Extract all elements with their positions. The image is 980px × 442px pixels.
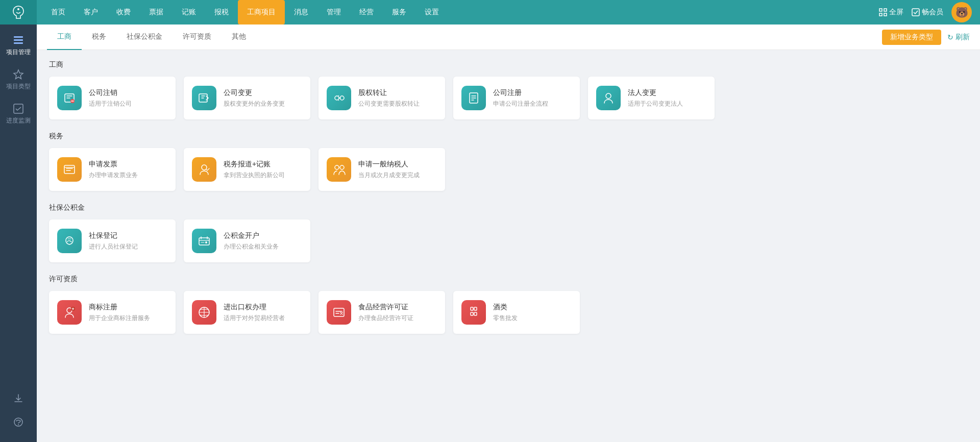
sidebar-label-prog: 进度监测	[6, 116, 31, 125]
svg-rect-7	[14, 39, 23, 41]
tab-license[interactable]: 许可资质	[173, 24, 222, 50]
card-title-company-register: 公司注册	[493, 88, 548, 97]
card-tax-accounting[interactable]: 税务报道+记账 拿到营业执照的新公司	[184, 148, 310, 191]
member-btn[interactable]: 畅会员	[912, 8, 943, 17]
card-equity-transfer[interactable]: 股权转让 公司变更需要股权转让	[318, 77, 445, 119]
section-license: 许可资质 商标注册 用于企业商	[49, 275, 968, 334]
sidebar-item-project-type[interactable]: 项目类型	[0, 63, 37, 97]
card-text-company-change: 公司变更 股权变更外的业务变更	[224, 88, 285, 108]
svg-rect-20	[64, 165, 75, 174]
svg-rect-8	[14, 42, 23, 44]
cards-grid-tax: 申请发票 办理申请发票业务 税务报	[49, 148, 968, 191]
card-apply-invoice[interactable]: 申请发票 办理申请发票业务	[49, 148, 176, 191]
card-general-taxpayer[interactable]: 申请一般纳税人 当月或次月成变更完成	[318, 148, 445, 191]
card-desc-tax-accounting: 拿到营业执照的新公司	[224, 171, 285, 180]
nav-accounting[interactable]: 记账	[173, 0, 205, 24]
sidebar-download-btn[interactable]	[0, 387, 37, 410]
mascot-icon: 🐻	[951, 2, 972, 22]
nav-settings[interactable]: 设置	[415, 0, 448, 24]
nav-bizproject[interactable]: 工商项目	[238, 0, 285, 24]
sidebar-item-progress[interactable]: 进度监测	[0, 97, 37, 131]
content-area: 工商 税务 社保公积金 许可资质 其他 新增业务类型 ↻ 刷新 工商	[37, 24, 980, 442]
svg-rect-3	[879, 13, 882, 16]
card-desc-company-register: 申请公司注册全流程	[493, 100, 548, 108]
svg-point-16	[335, 96, 339, 100]
card-text-alcohol: 酒类 零售批发	[493, 303, 518, 323]
card-icon-alcohol	[461, 300, 486, 325]
nav-manage[interactable]: 管理	[317, 0, 350, 24]
section-title-bizreg: 工商	[49, 60, 968, 69]
svg-rect-32	[471, 312, 473, 315]
card-fund-open[interactable]: 公积金开户 办理公积金相关业务	[184, 219, 310, 262]
card-title-alcohol: 酒类	[493, 303, 518, 312]
card-icon-company-cancel	[57, 86, 82, 110]
card-title-apply-invoice: 申请发票	[89, 160, 138, 169]
card-desc-general-taxpayer: 当月或次月成变更完成	[358, 171, 420, 180]
tab-tax[interactable]: 税务	[82, 24, 116, 50]
svg-point-21	[202, 165, 207, 170]
card-company-cancel[interactable]: 公司注销 适用于注销公司	[49, 77, 176, 119]
tab-actions: 新增业务类型 ↻ 刷新	[882, 30, 970, 45]
svg-point-19	[606, 93, 611, 99]
card-desc-company-cancel: 适用于注销公司	[89, 100, 132, 108]
sidebar-item-project-manage[interactable]: 项目管理	[0, 29, 37, 63]
nav-fee[interactable]: 收费	[107, 0, 140, 24]
card-title-trademark: 商标注册	[89, 303, 150, 312]
card-text-general-taxpayer: 申请一般纳税人 当月或次月成变更完成	[358, 160, 420, 180]
nav-invoice[interactable]: 票据	[140, 0, 173, 24]
card-text-tax-accounting: 税务报道+记账 拿到营业执照的新公司	[224, 160, 285, 180]
card-title-social-register: 社保登记	[89, 231, 138, 240]
refresh-icon: ↻	[947, 33, 953, 41]
nav-message[interactable]: 消息	[285, 0, 317, 24]
card-title-tax-accounting: 税务报道+记账	[224, 160, 285, 169]
card-desc-alcohol: 零售批发	[493, 314, 518, 323]
card-icon-social-register	[57, 229, 82, 253]
nav-customer[interactable]: 客户	[75, 0, 107, 24]
logo	[0, 0, 37, 24]
svg-rect-31	[474, 307, 477, 310]
tab-social[interactable]: 社保公积金	[116, 24, 173, 50]
refresh-button[interactable]: ↻ 刷新	[947, 33, 970, 42]
svg-rect-30	[471, 307, 473, 310]
card-icon-fund-open	[192, 229, 216, 253]
card-legal-change[interactable]: 法人变更 适用于公司变更法人	[588, 77, 715, 119]
section-bizreg: 工商 公司注销 适用于注销公司	[49, 60, 968, 119]
new-type-button[interactable]: 新增业务类型	[882, 30, 941, 45]
nav-service[interactable]: 服务	[383, 0, 415, 24]
tab-bizreg[interactable]: 工商	[47, 24, 82, 50]
card-desc-legal-change: 适用于公司变更法人	[628, 100, 683, 108]
svg-rect-2	[884, 9, 887, 11]
member-label: 畅会员	[922, 8, 943, 17]
card-alcohol[interactable]: 酒类 零售批发	[453, 291, 580, 334]
svg-rect-1	[879, 9, 882, 11]
svg-rect-10	[14, 104, 23, 113]
card-text-trademark: 商标注册 用于企业商标注册服务	[89, 303, 150, 323]
sidebar-support-btn[interactable]	[0, 410, 37, 434]
svg-point-0	[17, 8, 19, 10]
card-desc-equity-transfer: 公司变更需要股权转让	[358, 100, 420, 108]
card-desc-company-change: 股权变更外的业务变更	[224, 100, 285, 108]
fullscreen-label: 全屏	[889, 8, 903, 17]
card-import-export[interactable]: 进出口权办理 适用于对外贸易经营者	[184, 291, 310, 334]
card-trademark[interactable]: 商标注册 用于企业商标注册服务	[49, 291, 176, 334]
card-company-register[interactable]: 公司注册 申请公司注册全流程	[453, 77, 580, 119]
card-text-fund-open: 公积金开户 办理公积金相关业务	[224, 231, 279, 251]
card-title-company-change: 公司变更	[224, 88, 285, 97]
card-text-company-cancel: 公司注销 适用于注销公司	[89, 88, 132, 108]
card-food-license[interactable]: 食品经营许可证 办理食品经营许可证	[318, 291, 445, 334]
card-desc-import-export: 适用于对外贸易经营者	[224, 314, 285, 323]
svg-point-12	[18, 424, 19, 425]
card-desc-social-register: 进行人员社保登记	[89, 242, 138, 251]
card-text-import-export: 进出口权办理 适用于对外贸易经营者	[224, 303, 285, 323]
card-desc-fund-open: 办理公积金相关业务	[224, 242, 279, 251]
card-social-register[interactable]: 社保登记 进行人员社保登记	[49, 219, 176, 262]
section-title-social: 社保公积金	[49, 203, 968, 212]
nav-operation[interactable]: 经营	[350, 0, 383, 24]
svg-rect-33	[474, 312, 477, 315]
card-company-change[interactable]: 公司变更 股权变更外的业务变更	[184, 77, 310, 119]
nav-tax[interactable]: 报税	[205, 0, 238, 24]
card-title-legal-change: 法人变更	[628, 88, 683, 97]
fullscreen-btn[interactable]: 全屏	[879, 8, 903, 17]
tab-other[interactable]: 其他	[222, 24, 256, 50]
nav-home[interactable]: 首页	[42, 0, 75, 24]
